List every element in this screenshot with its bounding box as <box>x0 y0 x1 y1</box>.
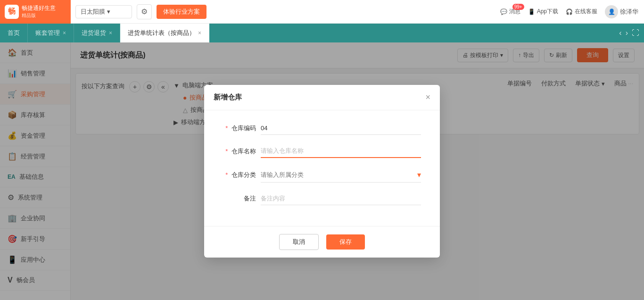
category-dropdown-icon: ▾ <box>417 170 421 179</box>
tab-purchase-return[interactable]: 进货退货 × <box>74 24 120 42</box>
tab-account-close[interactable]: × <box>63 30 66 36</box>
tab-expand-icon[interactable]: ⛶ <box>632 29 639 37</box>
tab-account[interactable]: 账套管理 × <box>28 24 74 42</box>
warehouse-name-label: * 仓库名称 <box>223 147 256 156</box>
user-area[interactable]: 👤 徐泽华 <box>605 5 638 18</box>
tab-purchase-stats-close[interactable]: × <box>198 30 201 36</box>
app-download[interactable]: 📱 App下载 <box>528 8 558 16</box>
top-header: 畅 畅捷通好生意 精品版 日太阳膜 ▾ ⚙ 体验行业方案 💬 消息 99+ 📱 … <box>0 0 644 24</box>
modal-header: 新增仓库 × <box>204 85 440 110</box>
headset-icon: 🎧 <box>566 8 573 15</box>
tab-home-label: 首页 <box>8 29 20 37</box>
cancel-button[interactable]: 取消 <box>279 234 319 250</box>
tab-prev-icon[interactable]: ‹ <box>619 29 621 37</box>
tab-next-icon[interactable]: › <box>626 29 628 37</box>
name-required-star: * <box>225 148 228 155</box>
avatar: 👤 <box>605 5 618 18</box>
warehouse-code-input[interactable] <box>261 122 421 135</box>
modal-close-button[interactable]: × <box>425 92 430 102</box>
warehouse-name-row: * 仓库名称 <box>223 144 421 158</box>
logo-subtitle: 精品版 <box>22 12 56 18</box>
tab-home[interactable]: 首页 <box>0 24 28 42</box>
notification-area[interactable]: 💬 消息 99+ <box>500 8 520 16</box>
tab-purchase-return-label: 进货退货 <box>82 29 106 37</box>
header-right: 💬 消息 99+ 📱 App下载 🎧 在线客服 👤 徐泽华 <box>500 5 638 18</box>
tab-purchase-stats[interactable]: 进货单统计表（按商品） × <box>120 24 209 42</box>
trial-button[interactable]: 体验行业方案 <box>157 5 206 19</box>
tab-purchase-stats-label: 进货单统计表（按商品） <box>128 29 195 37</box>
warehouse-name-input[interactable] <box>261 144 421 158</box>
modal-footer: 取消 保存 <box>204 226 440 258</box>
gear-button[interactable]: ⚙ <box>137 4 152 19</box>
modal-body: * 仓库编码 * 仓库名称 * 仓库 <box>204 110 440 226</box>
save-button[interactable]: 保存 <box>326 234 365 250</box>
warehouse-category-row: * 仓库分类 ▾ <box>223 167 421 183</box>
username: 徐泽华 <box>620 8 638 16</box>
store-selector[interactable]: 日太阳膜 ▾ <box>75 5 132 18</box>
tab-bar: 首页 账套管理 × 进货退货 × 进货单统计表（按商品） × ‹ › ⛶ <box>0 24 644 42</box>
chat-icon: 💬 <box>500 8 507 15</box>
tab-controls: ‹ › ⛶ <box>614 24 644 42</box>
modal: 新增仓库 × * 仓库编码 * 仓库名称 <box>204 85 440 258</box>
store-name: 日太阳膜 <box>81 8 105 16</box>
notes-label: 备注 <box>223 194 256 203</box>
logo-area: 畅 畅捷通好生意 精品版 <box>0 0 71 24</box>
category-select[interactable]: ▾ <box>261 167 421 183</box>
customer-service-label: 在线客服 <box>575 8 597 16</box>
notes-input[interactable] <box>261 192 421 205</box>
warehouse-code-label: * 仓库编码 <box>223 124 256 133</box>
logo-title: 畅捷通好生意 <box>22 5 56 12</box>
tab-purchase-return-close[interactable]: × <box>109 30 112 36</box>
modal-title: 新增仓库 <box>214 93 242 102</box>
required-star: * <box>225 125 228 132</box>
notes-row: 备注 <box>223 192 421 205</box>
warehouse-code-row: * 仓库编码 <box>223 122 421 135</box>
logo-icon: 畅 <box>5 5 19 19</box>
category-select-input[interactable] <box>261 171 417 178</box>
category-required-star: * <box>225 171 228 178</box>
tab-account-label: 账套管理 <box>35 29 60 37</box>
modal-overlay[interactable]: 新增仓库 × * 仓库编码 * 仓库名称 <box>0 42 644 300</box>
phone-icon: 📱 <box>528 8 535 15</box>
notification-badge: 99+ <box>512 4 524 10</box>
store-arrow: ▾ <box>107 8 110 15</box>
app-download-label: App下载 <box>537 8 558 16</box>
customer-service[interactable]: 🎧 在线客服 <box>566 8 597 16</box>
main-layout: 🏠 首页 📊 销售管理 🛒 采购管理 📦 库存核算 💰 资金管理 📋 经营管理 … <box>0 42 644 300</box>
warehouse-category-label: * 仓库分类 <box>223 171 256 179</box>
